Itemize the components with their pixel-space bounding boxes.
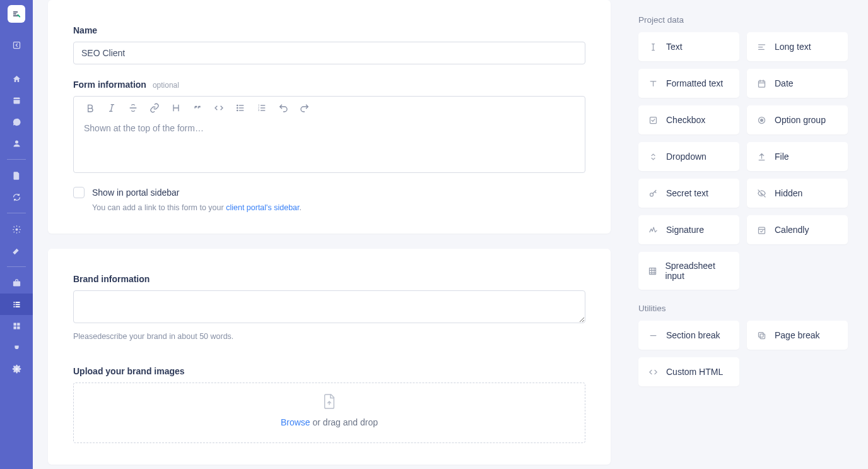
brand-hint: Pleasedescribe your brand in about 50 wo…: [73, 332, 585, 341]
svg-point-21: [237, 107, 238, 108]
svg-rect-51: [758, 332, 763, 337]
utilities-title: Utilities: [638, 304, 848, 313]
project-data-title: Project data: [638, 15, 848, 25]
nav-chat[interactable]: [0, 111, 33, 133]
field-long-text[interactable]: Long text: [747, 32, 848, 61]
redo-icon[interactable]: [300, 103, 310, 113]
field-formatted-text[interactable]: Formatted text: [638, 69, 739, 98]
show-in-sidebar-hint: You can add a link to this form to your …: [92, 203, 585, 212]
svg-rect-6: [15, 302, 20, 303]
svg-point-2: [15, 140, 18, 143]
undo-icon[interactable]: [278, 103, 288, 113]
svg-rect-38: [650, 117, 656, 123]
svg-rect-14: [17, 326, 20, 329]
code-icon: [647, 366, 659, 377]
client-portal-link[interactable]: client portal's sidebar: [226, 203, 299, 212]
upload-dropzone[interactable]: Browse or drag and drop: [73, 383, 585, 443]
svg-point-23: [237, 110, 238, 110]
utility-section-break[interactable]: Section break: [638, 321, 739, 350]
pill-label: Date: [775, 78, 794, 88]
field-date[interactable]: Date: [747, 69, 848, 98]
file-upload-icon: [322, 393, 336, 410]
ol-icon[interactable]: 123: [257, 103, 267, 113]
svg-rect-34: [758, 81, 765, 87]
nav-document[interactable]: [0, 165, 33, 186]
field-spreadsheet-input[interactable]: Spreadsheet input: [638, 252, 739, 290]
svg-rect-8: [15, 304, 20, 305]
utility-page-break[interactable]: Page break: [747, 321, 848, 350]
show-in-sidebar-checkbox[interactable]: [73, 187, 85, 198]
pill-label: Section break: [666, 330, 720, 340]
field-calendly[interactable]: Calendly: [747, 215, 848, 244]
svg-rect-4: [13, 281, 20, 286]
field-secret-text[interactable]: Secret text: [638, 179, 739, 208]
nav-plug[interactable]: [0, 336, 33, 358]
bold-icon[interactable]: [85, 103, 95, 113]
browse-link[interactable]: Browse: [281, 417, 310, 427]
nav-settings[interactable]: [0, 358, 33, 379]
form-info-body[interactable]: Shown at the top of the form…: [74, 117, 585, 172]
svg-rect-11: [13, 323, 16, 325]
nav-collapse[interactable]: [0, 34, 33, 56]
nav-grid[interactable]: [0, 315, 33, 336]
svg-point-3: [15, 228, 18, 230]
field-signature[interactable]: Signature: [638, 215, 739, 244]
pill-label: Option group: [775, 115, 826, 125]
key-icon: [647, 187, 659, 199]
field-option-group[interactable]: Option group: [747, 105, 848, 134]
left-sidebar: [0, 0, 33, 469]
hint-text: You can add a link to this form to your: [92, 203, 226, 212]
nav-user[interactable]: [0, 133, 33, 154]
nav-separator-2: [7, 213, 26, 213]
strike-icon[interactable]: [128, 103, 138, 113]
name-label: Name: [73, 25, 585, 35]
pill-label: Formatted text: [666, 78, 723, 88]
field-checkbox[interactable]: Checkbox: [638, 105, 739, 134]
name-input[interactable]: [73, 42, 585, 64]
nav-inbox[interactable]: [0, 90, 33, 111]
brand-textarea[interactable]: [73, 290, 585, 323]
svg-rect-5: [13, 302, 15, 303]
pill-label: Custom HTML: [666, 367, 723, 377]
minus-icon: [647, 329, 659, 341]
nav-sync[interactable]: [0, 186, 33, 208]
pill-label: Long text: [775, 42, 811, 52]
type-T-icon: [647, 78, 659, 89]
upload-text: or drag and drop: [310, 417, 378, 427]
show-in-sidebar-label: Show in portal sidebar: [92, 187, 180, 198]
nav-deals[interactable]: [0, 240, 33, 261]
field-text[interactable]: Text: [638, 32, 739, 61]
field-file[interactable]: File: [747, 142, 848, 171]
svg-point-40: [760, 119, 763, 121]
pill-label: Spreadsheet input: [665, 261, 730, 281]
utility-custom-html[interactable]: Custom HTML: [638, 357, 739, 386]
nav-list[interactable]: [0, 294, 33, 315]
pill-label: Page break: [775, 330, 820, 340]
nav-automations[interactable]: [0, 218, 33, 240]
ul-icon[interactable]: [235, 103, 245, 113]
optional-tag: optional: [153, 81, 179, 90]
nav-briefcase[interactable]: [0, 272, 33, 294]
quote-icon[interactable]: [192, 103, 202, 113]
radio-icon: [756, 114, 767, 126]
svg-rect-10: [15, 306, 20, 307]
field-dropdown[interactable]: Dropdown: [638, 142, 739, 171]
nav-home[interactable]: [0, 68, 33, 90]
link-icon[interactable]: [150, 103, 160, 113]
pill-label: File: [775, 151, 789, 162]
code-icon[interactable]: [214, 103, 224, 113]
nav-separator-3: [7, 266, 26, 267]
heading-icon[interactable]: [171, 103, 181, 113]
field-hidden[interactable]: Hidden: [747, 179, 848, 208]
calendly-icon: [756, 224, 767, 235]
calendar-icon: [756, 78, 767, 89]
svg-rect-42: [758, 227, 765, 234]
svg-rect-13: [13, 326, 16, 329]
form-info-editor: 123 Shown at the top of the form…: [73, 96, 585, 173]
pill-label: Text: [666, 42, 683, 52]
svg-rect-44: [649, 268, 655, 274]
svg-rect-1: [13, 42, 20, 48]
brand-label: Brand information: [73, 274, 585, 284]
app-logo[interactable]: [8, 5, 25, 23]
italic-icon[interactable]: [107, 103, 117, 113]
